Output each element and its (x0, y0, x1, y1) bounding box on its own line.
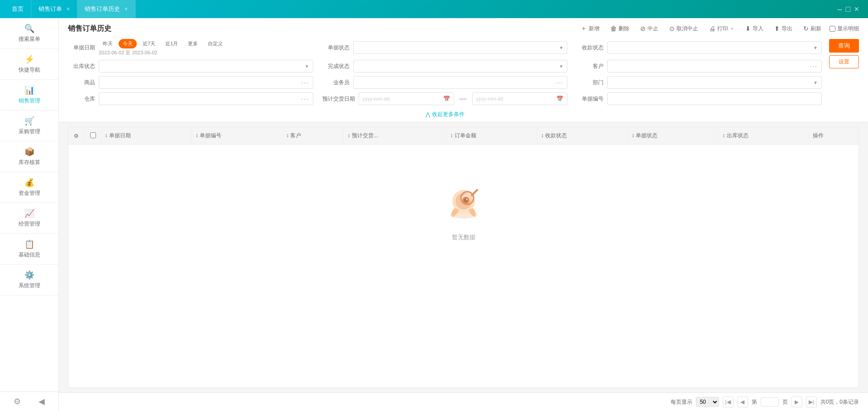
new-label: 新增 (589, 25, 599, 33)
th-delivery: ↕ 预计交货... (344, 127, 446, 145)
tab-close-sales-order[interactable]: × (67, 6, 70, 12)
cancel-stop-icon: ⊙ (669, 25, 675, 32)
th-amount: ↕ 订单金额 (446, 127, 537, 145)
filter-item-payment-status: 收款状态 ▼ (576, 41, 822, 54)
delivery-start-placeholder: yyyy-mm-dd (363, 96, 390, 102)
delivery-date-end[interactable]: yyyy-mm-dd 📅 (472, 92, 568, 105)
tab-sales-order[interactable]: 销售订单 × (31, 0, 77, 18)
next-page-btn[interactable]: ▶ (791, 396, 802, 407)
th-out-status-label: 出库状态 (727, 132, 748, 139)
sidebar-label-basic-info: 基础信息 (19, 251, 40, 259)
department-select[interactable]: ▼ (607, 76, 822, 89)
import-btn[interactable]: ⬇ 导入 (743, 23, 766, 34)
new-icon: ＋ (580, 24, 587, 33)
sales-icon: 📊 (24, 85, 34, 95)
filter-row-3: 商品 ··· 业务员 ··· 部门 (68, 76, 822, 89)
sidebar-item-finance[interactable]: 💰 资金管理 (0, 172, 58, 203)
display-toggle: 显示明细 (830, 25, 859, 33)
tab-sales-order-history[interactable]: 销售订单历史 × (77, 0, 135, 18)
filter-item-customer: 客户 ··· (576, 60, 822, 73)
sidebar: 🔍 搜索菜单 ⚡ 快捷导航 📊 销售管理 🛒 采购管理 📦 库存核算 💰 资金管… (0, 18, 59, 411)
product-dots: ··· (301, 79, 309, 86)
out-status-label: 出库状态 (68, 63, 95, 70)
select-all-checkbox[interactable] (90, 132, 96, 138)
date-tab-yesterday[interactable]: 昨天 (99, 39, 117, 48)
tab-home[interactable]: 首页 (5, 0, 31, 18)
per-page-select[interactable]: 50 100 200 (696, 397, 719, 407)
sidebar-item-quick-nav[interactable]: ⚡ 快捷导航 (0, 49, 58, 80)
sidebar-item-basic-info[interactable]: 📋 基础信息 (0, 234, 58, 265)
cancel-stop-btn[interactable]: ⊙ 取消中止 (667, 23, 701, 34)
filter-item-complete-status: 完成状态 ▼ (322, 60, 568, 73)
search-icon: 🔍 (24, 24, 34, 34)
sidebar-item-search[interactable]: 🔍 搜索菜单 (0, 18, 58, 49)
window-minimize-btn[interactable]: – (838, 5, 842, 14)
out-status-select[interactable]: ▼ (99, 60, 313, 73)
date-tab-1month[interactable]: 近1月 (161, 39, 182, 48)
page-input[interactable]: 1 (761, 397, 779, 406)
sidebar-label-purchase: 采购管理 (19, 128, 40, 135)
stop-btn[interactable]: ⊘ 中止 (638, 23, 661, 34)
customer-dots: ··· (810, 63, 818, 70)
filter-main: 单据日期 昨天 今天 近7天 近1月 更多 自定义 2 (68, 39, 822, 118)
tab-close-history[interactable]: × (125, 6, 128, 12)
sidebar-item-system[interactable]: ⚙️ 系统管理 (0, 265, 58, 295)
collapse-row[interactable]: ⋀ 收起更多条件 (68, 109, 822, 118)
salesperson-dots: ··· (556, 79, 564, 86)
prev-page-btn[interactable]: ◀ (737, 396, 748, 407)
stop-label: 中止 (647, 25, 658, 33)
window-close-btn[interactable]: × (854, 5, 859, 14)
display-toggle-label: 显示明细 (837, 25, 859, 33)
customer-select[interactable]: ··· (607, 60, 822, 73)
import-label: 导入 (753, 25, 763, 33)
delivery-date-start[interactable]: yyyy-mm-dd 📅 (359, 92, 454, 105)
th-bill-status: ↕ 单据状态 (628, 127, 718, 145)
export-btn[interactable]: ⬆ 导出 (772, 23, 795, 34)
sidebar-label-inventory: 库存核算 (19, 159, 40, 166)
date-tab-more[interactable]: 更多 (184, 39, 202, 48)
sidebar-item-operations[interactable]: 📈 经营管理 (0, 203, 58, 234)
filter-row-4: 仓库 ··· 预计交货日期 yyyy-mm-dd 📅 — (68, 92, 822, 105)
new-btn[interactable]: ＋ 新增 (578, 23, 602, 34)
th-bill-no: ↕ 单据编号 (192, 127, 282, 145)
last-page-btn[interactable]: ▶| (806, 396, 817, 407)
sidebar-settings-btn[interactable]: ⚙ (14, 396, 21, 406)
svg-point-5 (464, 198, 468, 203)
complete-status-label: 完成状态 (322, 63, 350, 70)
payment-status-select[interactable]: ▼ (607, 41, 822, 54)
bill-status-select[interactable]: ▼ (353, 41, 568, 54)
window-maximize-btn[interactable]: □ (846, 5, 851, 14)
refresh-btn[interactable]: ↻ 刷新 (801, 23, 824, 34)
svg-point-6 (466, 198, 468, 200)
sidebar-collapse-btn[interactable]: ◀ (38, 396, 45, 406)
date-tab-today[interactable]: 今天 (119, 39, 137, 48)
sidebar-item-purchase[interactable]: 🛒 采购管理 (0, 111, 58, 141)
export-label: 导出 (782, 25, 792, 33)
product-select[interactable]: ··· (99, 76, 313, 89)
sidebar-label-system: 系统管理 (19, 282, 40, 290)
print-label: 打印 (717, 25, 728, 33)
warehouse-select[interactable]: ··· (99, 92, 313, 105)
bill-no-input[interactable] (607, 92, 822, 105)
filter-item-bill-no: 单据编号 (576, 92, 822, 105)
date-tab-custom[interactable]: 自定义 (204, 39, 227, 48)
department-arrow: ▼ (813, 80, 818, 85)
print-btn[interactable]: 🖨 打印 ▼ (706, 23, 737, 34)
query-btn[interactable]: 查询 (829, 39, 859, 53)
empty-illustration (441, 181, 486, 226)
filter-settings-btn[interactable]: 设置 (829, 55, 859, 68)
sidebar-item-inventory[interactable]: 📦 库存核算 (0, 141, 58, 172)
date-tab-7days[interactable]: 近7天 (139, 39, 159, 48)
th-out-status: ↕ 出库状态 (719, 127, 809, 145)
display-toggle-checkbox[interactable] (830, 26, 835, 32)
filter-actions: 查询 设置 (829, 39, 859, 68)
warehouse-label: 仓库 (68, 95, 95, 103)
first-page-btn[interactable]: |◀ (723, 396, 734, 407)
th-settings[interactable]: ⚙ (68, 127, 85, 145)
salesperson-select[interactable]: ··· (353, 76, 568, 89)
sidebar-item-sales[interactable]: 📊 销售管理 (0, 80, 58, 111)
complete-status-select[interactable]: ▼ (353, 60, 568, 73)
filter-item-salesperson: 业务员 ··· (322, 76, 568, 89)
th-checkbox[interactable] (85, 127, 101, 145)
delete-btn[interactable]: 🗑 删除 (608, 23, 632, 34)
